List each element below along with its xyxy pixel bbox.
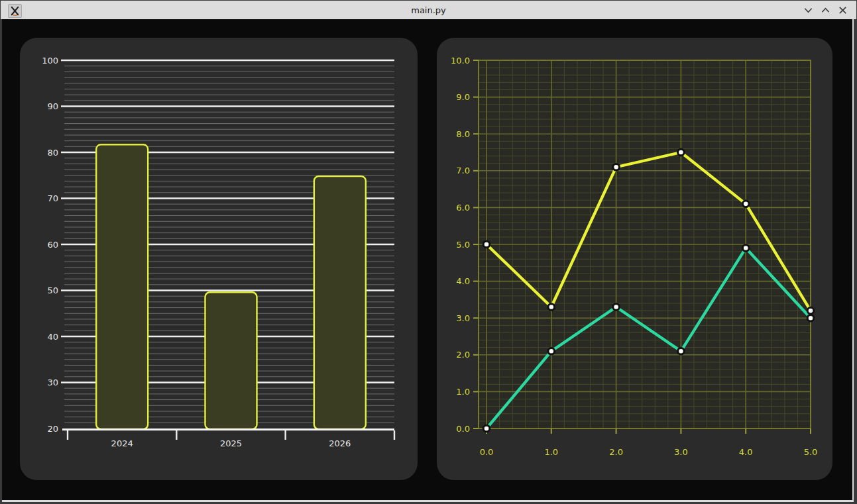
line-chart-panel: 10.09.08.07.06.05.04.03.02.01.00.00.01.0… — [437, 38, 832, 480]
y-tick-label: 70 — [47, 193, 58, 203]
x-tick-label: 4.0 — [739, 447, 753, 457]
x-tick-label: 2024 — [111, 438, 133, 448]
yellow-line-marker — [483, 241, 490, 248]
window-controls — [803, 1, 848, 19]
app-window: main.py 1009080706050403020202420252026 — [0, 0, 857, 504]
teal-line-marker — [483, 425, 490, 432]
teal-line-marker — [613, 304, 620, 311]
x-tick-label: 2025 — [220, 438, 242, 448]
teal-line-marker — [742, 245, 749, 252]
chevron-down-icon — [803, 5, 813, 15]
y-tick-label: 4.0 — [456, 276, 470, 286]
y-tick-label: 7.0 — [456, 166, 470, 176]
y-tick-label: 80 — [47, 148, 58, 158]
yellow-line-marker — [613, 164, 620, 170]
y-tick-label: 100 — [42, 56, 58, 66]
teal-line-marker — [548, 348, 555, 354]
minimize-button[interactable] — [803, 5, 814, 16]
y-tick-label: 6.0 — [456, 203, 470, 213]
y-tick-label: 0.0 — [456, 424, 470, 434]
teal-line-marker — [807, 315, 814, 321]
y-tick-label: 40 — [47, 332, 58, 342]
y-tick-label: 60 — [47, 240, 58, 250]
x-tick-label: 2026 — [329, 438, 351, 448]
chevron-up-icon — [821, 5, 830, 15]
close-icon — [838, 5, 848, 15]
x-tick-label: 3.0 — [674, 447, 688, 457]
bar-2026 — [314, 176, 366, 429]
x-tick-label: 0.0 — [480, 447, 494, 457]
bar-2025 — [205, 292, 257, 429]
yellow-line-marker — [678, 149, 685, 156]
line-chart: 10.09.08.07.06.05.04.03.02.01.00.00.01.0… — [437, 38, 832, 480]
y-tick-label: 2.0 — [456, 350, 470, 360]
window-title: main.py — [1, 5, 856, 15]
content-area: 1009080706050403020202420252026 10.09.08… — [2, 19, 852, 500]
y-tick-label: 1.0 — [456, 387, 470, 397]
titlebar[interactable]: main.py — [1, 1, 856, 19]
x-tick-label: 1.0 — [544, 447, 558, 457]
y-tick-label: 5.0 — [456, 240, 470, 250]
close-button[interactable] — [837, 5, 848, 16]
x-tick-label: 2.0 — [609, 447, 623, 457]
y-tick-label: 90 — [47, 101, 58, 111]
bar-chart-panel: 1009080706050403020202420252026 — [20, 38, 418, 480]
y-tick-label: 20 — [47, 424, 58, 434]
y-tick-label: 30 — [47, 378, 58, 387]
teal-line-marker — [678, 348, 685, 354]
bar-2024 — [96, 144, 148, 429]
x-tick-label: 5.0 — [804, 447, 818, 457]
yellow-line-marker — [548, 304, 555, 311]
y-tick-label: 10.0 — [451, 56, 470, 66]
yellow-line-marker — [742, 201, 749, 207]
y-tick-label: 9.0 — [456, 92, 470, 102]
y-tick-label: 8.0 — [456, 129, 470, 139]
yellow-line-marker — [807, 307, 814, 314]
bar-chart: 1009080706050403020202420252026 — [20, 38, 418, 480]
maximize-button[interactable] — [820, 5, 831, 16]
y-tick-label: 3.0 — [456, 313, 470, 323]
y-tick-label: 50 — [47, 285, 58, 295]
